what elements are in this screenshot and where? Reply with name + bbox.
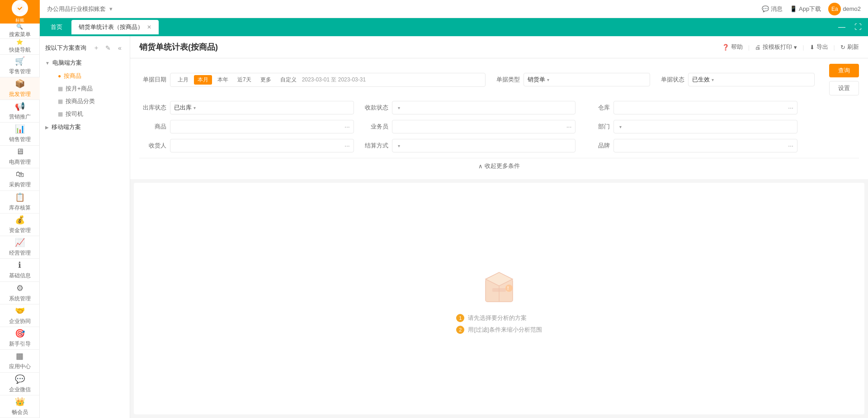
warehouse-label: 仓库 [583,104,610,112]
doc-type-control[interactable]: 销货单 ▾ [524,73,650,86]
svg-rect-4 [492,288,506,292]
sidebar-item-finance[interactable]: 💰 资金管理 [0,214,40,236]
sidebar-item-ecommerce[interactable]: 🖥 电商管理 [0,146,40,168]
date-tab-custom[interactable]: 自定义 [277,75,300,85]
finance-label: 资金管理 [9,227,31,234]
add-scheme-button[interactable]: ＋ [92,43,101,52]
refresh-icon: ↻ [840,44,845,51]
tree-node-mobile-label: 移动端方案 [52,123,81,131]
tab-home[interactable]: 首页 [43,20,70,34]
collect-status-control[interactable]: ▾ [392,101,576,114]
date-tab-7days[interactable]: 近7天 [234,75,255,85]
page-header: 销货单统计表(按商品) ❓ 帮助 | 🖨 按模板打印 ▾ | [130,36,868,58]
tree-node-desktop[interactable]: ▼ 电脑端方案 [40,56,130,70]
search-menu-item[interactable]: 🔍 搜索菜单 [0,24,40,39]
tab-sales-stat[interactable]: 销货单统计表（按商品） ✕ [71,20,159,34]
brand-label: 品牌 [583,142,610,150]
date-tab-more[interactable]: 更多 [257,75,275,85]
by-driver-icon: ▦ [58,111,63,117]
export-icon: ⬇ [810,44,815,51]
sidebar-item-wxwork[interactable]: 💬 企业微信 [0,373,40,395]
sidebar-item-apps[interactable]: ▦ 应用中心 [0,350,40,372]
dept-control[interactable]: ▾ [613,120,797,133]
sidebar-item-sales[interactable]: 📊 销售管理 [0,123,40,145]
date-tab-this-month[interactable]: 本月 [194,75,212,85]
export-button[interactable]: ⬇ 导出 [810,43,828,51]
date-tab-this-year[interactable]: 本年 [214,75,232,85]
tree-node-by-category[interactable]: ▦ 按商品分类 [49,95,130,108]
apps-label: 应用中心 [9,363,31,370]
sidebar-item-wholesale[interactable]: 📦 批发管理 [0,77,40,100]
collab-label: 企业协同 [9,318,31,325]
brand-dots[interactable]: ··· [788,142,793,149]
tab-close-button[interactable]: ✕ [147,24,151,30]
salesman-control[interactable]: ··· [392,120,576,133]
user-profile-button[interactable]: Ea demo2 [828,3,861,15]
collapse-panel-button[interactable]: « [115,43,124,52]
settings-button[interactable]: 设置 [829,81,859,95]
message-button[interactable]: 💬 消息 [762,5,783,13]
salesman-dots[interactable]: ··· [566,123,572,130]
receiver-control[interactable]: ··· [170,139,354,152]
filter-brand: 品牌 ··· [583,139,797,152]
sidebar-item-inventory[interactable]: 📋 库存核算 [0,191,40,214]
refresh-button[interactable]: ↻ 刷新 [840,43,859,51]
hint-num-2: 2 [456,326,464,334]
brand-control[interactable]: ··· [613,139,797,152]
sidebar-item-basic[interactable]: ℹ 基础信息 [0,259,40,281]
doc-type-label: 单据类型 [493,76,520,84]
warehouse-control[interactable]: ··· [613,101,797,114]
by-goods-icon: ● [58,73,61,79]
sidebar-item-marketing[interactable]: 📢 营销推广 [0,100,40,123]
print-icon: 🖨 [755,44,761,51]
filter-collect-status: 收款状态 ▾ [361,101,576,114]
sidebar-item-purchase[interactable]: 🛍 采购管理 [0,168,40,191]
goods-dots[interactable]: ··· [344,123,350,130]
divider-2: | [802,44,804,51]
warehouse-dots[interactable]: ··· [788,104,793,111]
quick-nav-item[interactable]: ⭐ 快捷导航 [0,39,40,54]
tab-maximize-button[interactable]: ⛶ [852,21,864,33]
inventory-label: 库存核算 [9,204,31,212]
payment-control[interactable]: ▾ [392,139,576,152]
left-panel-title: 按以下方案查询 [45,44,86,52]
goods-control[interactable]: ··· [170,120,354,133]
app-logo[interactable]: 标账 [0,0,40,24]
top-header: 办公用品行业模拟账套 ▾ 💬 消息 📱 App下载 Ea demo2 [40,0,868,18]
template-dropdown-icon[interactable]: ▾ [109,5,113,12]
print-button[interactable]: 🖨 按模板打印 ▾ [755,43,797,51]
sidebar-item-collab[interactable]: 🤝 企业协同 [0,304,40,327]
app-download-label: App下载 [799,5,821,13]
collapse-filter-button[interactable]: ∧ 收起更多条件 [139,158,859,174]
sidebar-item-member[interactable]: 👑 畅会员 [0,395,40,418]
by-category-icon: ▦ [58,98,63,104]
print-label: 按模板打印 [763,43,792,51]
date-tab-last-month[interactable]: 上月 [174,75,192,85]
out-status-control[interactable]: 已出库 ▾ [170,101,354,114]
sidebar-item-guide[interactable]: 🎯 新手引导 [0,327,40,350]
divider-1: | [748,44,750,51]
app-download-button[interactable]: 📱 App下载 [790,5,821,13]
sidebar-item-operations[interactable]: 📈 经营管理 [0,236,40,259]
tree-node-mobile[interactable]: ▶ 移动端方案 [40,120,130,134]
dept-arrow: ▾ [619,124,622,129]
export-label: 导出 [816,43,828,51]
tab-minimize-button[interactable]: — [835,21,848,33]
user-name: demo2 [843,5,861,12]
help-button[interactable]: ❓ 帮助 [722,43,743,51]
guide-label: 新手引导 [9,340,31,348]
sidebar-item-retail[interactable]: 🛒 零售管理 [0,55,40,77]
tree-node-by-month-goods[interactable]: ▦ 按月+商品 [49,82,130,95]
tree-node-by-driver[interactable]: ▦ 按司机 [49,108,130,120]
edit-scheme-button[interactable]: ✎ [104,43,113,52]
date-tabs: 上月 本月 本年 近7天 更多 自定义 2023-03-01 至 2023-03… [174,75,481,85]
query-button[interactable]: 查询 [829,64,859,77]
basic-label: 基础信息 [9,272,31,280]
goods-label: 商品 [139,123,166,131]
doc-status-control[interactable]: 已生效 ▾ [688,73,815,86]
tree-expand-icon: ▼ [45,61,50,66]
sidebar-item-system[interactable]: ⚙ 系统管理 [0,282,40,304]
message-icon: 💬 [762,5,769,12]
tree-node-by-goods[interactable]: ● 按商品 [49,70,130,82]
receiver-dots[interactable]: ··· [344,142,350,149]
